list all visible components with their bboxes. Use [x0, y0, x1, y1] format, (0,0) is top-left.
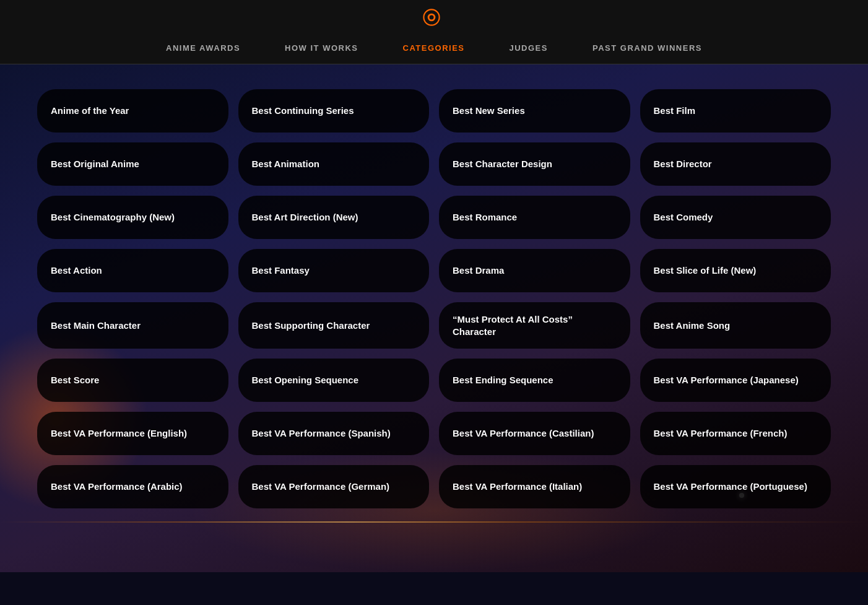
- category-button-16[interactable]: Best Main Character: [37, 302, 228, 349]
- category-button-30[interactable]: Best VA Performance (Italian): [439, 465, 630, 508]
- category-button-20[interactable]: Best Score: [37, 359, 228, 402]
- category-button-13[interactable]: Best Fantasy: [238, 249, 430, 292]
- category-button-27[interactable]: Best VA Performance (French): [640, 412, 831, 455]
- category-button-15[interactable]: Best Slice of Life (New): [640, 249, 831, 292]
- category-button-1[interactable]: Best Continuing Series: [238, 89, 430, 133]
- category-button-28[interactable]: Best VA Performance (Arabic): [37, 465, 228, 508]
- nav-item-past-grand-winners[interactable]: PAST GRAND WINNERS: [570, 40, 724, 56]
- category-button-11[interactable]: Best Comedy: [640, 196, 831, 239]
- category-button-0[interactable]: Anime of the Year: [37, 89, 228, 133]
- category-button-5[interactable]: Best Animation: [238, 142, 430, 186]
- category-button-21[interactable]: Best Opening Sequence: [238, 359, 430, 402]
- category-button-25[interactable]: Best VA Performance (Spanish): [238, 412, 430, 455]
- category-button-26[interactable]: Best VA Performance (Castilian): [439, 412, 630, 455]
- category-button-4[interactable]: Best Original Anime: [37, 142, 228, 186]
- category-button-8[interactable]: Best Cinematography (New): [37, 196, 228, 239]
- category-button-17[interactable]: Best Supporting Character: [238, 302, 430, 349]
- navigation: ANIME AWARDSHOW IT WORKSCATEGORIESJUDGES…: [0, 32, 868, 64]
- category-button-7[interactable]: Best Director: [640, 142, 831, 186]
- category-button-19[interactable]: Best Anime Song: [640, 302, 831, 349]
- categories-grid: Anime of the YearBest Continuing SeriesB…: [37, 89, 831, 508]
- nav-item-judges[interactable]: JUDGES: [487, 40, 570, 56]
- category-button-10[interactable]: Best Romance: [439, 196, 630, 239]
- main-content: Anime of the YearBest Continuing SeriesB…: [0, 64, 868, 572]
- category-button-3[interactable]: Best Film: [640, 89, 831, 133]
- category-button-24[interactable]: Best VA Performance (English): [37, 412, 228, 455]
- nav-item-categories[interactable]: CATEGORIES: [381, 40, 487, 56]
- category-button-22[interactable]: Best Ending Sequence: [439, 359, 630, 402]
- category-button-31[interactable]: Best VA Performance (Portuguese): [640, 465, 831, 508]
- site-header: ANIME AWARDSHOW IT WORKSCATEGORIESJUDGES…: [0, 0, 868, 64]
- category-button-2[interactable]: Best New Series: [439, 89, 630, 133]
- category-button-9[interactable]: Best Art Direction (New): [238, 196, 430, 239]
- nav-item-how-it-works[interactable]: HOW IT WORKS: [263, 40, 380, 56]
- category-button-23[interactable]: Best VA Performance (Japanese): [640, 359, 831, 402]
- nav-item-anime-awards[interactable]: ANIME AWARDS: [144, 40, 263, 56]
- crunchyroll-logo-icon: [423, 9, 440, 26]
- line-glow-decoration: [0, 521, 868, 523]
- svg-point-2: [430, 15, 434, 20]
- logo-bar: [423, 0, 445, 32]
- category-button-29[interactable]: Best VA Performance (German): [238, 465, 430, 508]
- category-button-12[interactable]: Best Action: [37, 249, 228, 292]
- category-button-6[interactable]: Best Character Design: [439, 142, 630, 186]
- category-button-14[interactable]: Best Drama: [439, 249, 630, 292]
- category-button-18[interactable]: “Must Protect At All Costs” Character: [439, 302, 630, 349]
